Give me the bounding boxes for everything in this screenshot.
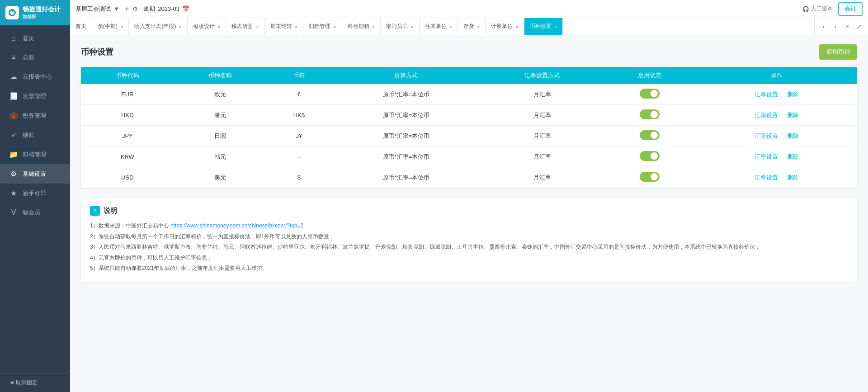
sidebar-item-basic-settings[interactable]: ⚙ 基础设置 <box>0 164 70 184</box>
app-logo: 畅 畅捷通好会计 旗舰版 <box>0 0 70 25</box>
tab-subject[interactable]: 科目期初 × <box>342 18 381 35</box>
cell-name-2: 日圆 <box>174 126 267 146</box>
tab-tax-close[interactable]: × <box>256 24 259 29</box>
sidebar-item-home[interactable]: ⌂ 首页 <box>0 29 70 48</box>
toggle-track-0 <box>640 89 660 99</box>
svg-text:畅: 畅 <box>10 10 14 15</box>
tab-balance[interactable]: 负(中期) × <box>92 18 129 35</box>
col-symbol: 币符 <box>267 67 331 84</box>
tab-template[interactable]: 模版设计 × <box>188 18 226 35</box>
delete-link-3[interactable]: 删除 <box>787 153 799 160</box>
accounting-button[interactable]: 会计 <box>838 2 863 16</box>
calendar-icon[interactable]: 📅 <box>182 5 189 12</box>
page-content: 币种设置 新增币种 币种代码 币种名称 币符 折算方式 汇率设置方式 启用状态 … <box>70 35 868 392</box>
dropdown-icon[interactable]: ▼ <box>113 5 119 12</box>
rate-setting-link-4[interactable]: 汇率设置 <box>755 174 778 181</box>
tab-home[interactable]: 首页 <box>70 18 92 35</box>
tab-unit-close[interactable]: × <box>515 24 518 29</box>
tab-subject-close[interactable]: × <box>372 24 375 29</box>
add-icon[interactable]: + <box>125 5 129 13</box>
settle-icon: ✓ <box>9 131 18 139</box>
tab-period-end[interactable]: 期末结转 × <box>265 18 303 35</box>
consult-button[interactable]: 🎧 人工咨询 <box>802 5 833 13</box>
delete-link-4[interactable]: 删除 <box>787 174 799 181</box>
col-actions: 操作 <box>696 67 857 84</box>
tab-next-button[interactable]: › <box>830 21 841 32</box>
table-row: KRW 韩元 -- 原币*汇率=本位币 月汇率 汇率设置 删除 <box>81 146 857 167</box>
col-name: 币种名称 <box>174 67 267 84</box>
sidebar-footer-pin[interactable]: ◄ 取消固定 <box>0 373 70 392</box>
tab-archive-close[interactable]: × <box>333 24 336 29</box>
tab-partner-close[interactable]: × <box>449 24 452 29</box>
sidebar-item-archive[interactable]: 📁 归档管理 <box>0 145 70 164</box>
cell-rate-type-2: 月汇率 <box>481 126 603 146</box>
delete-link-0[interactable]: 删除 <box>787 91 799 98</box>
rate-setting-link-3[interactable]: 汇率设置 <box>755 153 778 160</box>
cell-name-0: 欧元 <box>174 84 267 105</box>
tab-expand-button[interactable]: ⤢ <box>854 21 864 32</box>
notes-content: 1）数据来源：中国外汇交易中心 https://www.chinamoney.c… <box>90 221 848 274</box>
sidebar-label-settings: 基础设置 <box>23 170 46 178</box>
delete-link-1[interactable]: 删除 <box>787 112 799 118</box>
tab-partner[interactable]: 往来单位 × <box>420 18 458 35</box>
sidebar-label-archive: 归档管理 <box>23 151 46 159</box>
tab-dept-label: 部门员工 <box>386 23 408 30</box>
invoice-icon: 🧾 <box>9 92 18 100</box>
rate-setting-link-0[interactable]: 汇率设置 <box>755 91 778 98</box>
sidebar-item-invoice[interactable]: 🧾 发票管理 <box>0 86 70 106</box>
tab-prev-button[interactable]: ‹ <box>818 21 829 32</box>
rate-setting-link-2[interactable]: 汇率设置 <box>755 132 778 139</box>
settings-gear-icon[interactable]: ⚙ <box>132 5 138 12</box>
toggle-1[interactable] <box>640 109 660 119</box>
toggle-3[interactable] <box>640 151 660 161</box>
tab-home-label: 首页 <box>75 23 86 30</box>
sidebar-item-cloud-report[interactable]: ☁ 云报表中心 <box>0 67 70 86</box>
cell-status-4 <box>603 167 696 188</box>
company-name: 基层工会测试 <box>75 5 111 13</box>
tab-inventory-close[interactable]: × <box>477 24 480 29</box>
sidebar-item-settle[interactable]: ✓ 结账 <box>0 125 70 145</box>
toggle-thumb-0 <box>651 90 658 97</box>
tab-unit[interactable]: 计量单位 × <box>486 18 524 35</box>
cell-rate-type-3: 月汇率 <box>481 146 603 167</box>
tab-balance-close[interactable]: × <box>120 24 123 29</box>
toggle-0[interactable] <box>640 89 660 99</box>
notes-link[interactable]: https://www.chinamoney.com.cn/chinese/bk… <box>170 222 303 229</box>
tab-dept-close[interactable]: × <box>410 24 413 29</box>
tab-template-close[interactable]: × <box>217 24 220 29</box>
note-item-1: 2）系统自动获取每月第一个工作日的汇率标价，统一为直接标价法，即1外币可以兑换的… <box>90 232 848 242</box>
tabbar: 首页 负(中期) × 收入支出表(年报) × 模版设计 × 税表清册 × 期末结… <box>70 18 868 35</box>
headset-icon: 🎧 <box>802 6 809 12</box>
delete-link-2[interactable]: 删除 <box>787 132 799 139</box>
tab-tax-clear[interactable]: 税表清册 × <box>226 18 264 35</box>
note-item-2: 3）人民币对马来西亚林吉特、俄罗斯卢布、南非兰特、韩元、阿联酋迪拉姆、沙特里亚尔… <box>90 242 848 252</box>
tab-currency-close[interactable]: × <box>554 24 557 29</box>
cell-actions-2: 汇率设置 删除 <box>696 126 857 146</box>
tab-dept[interactable]: 部门员工 × <box>381 18 419 35</box>
ledger-icon: ≡ <box>9 53 18 61</box>
sidebar-item-guide[interactable]: ★ 新手引导 <box>0 184 70 203</box>
cell-status-3 <box>603 146 696 167</box>
note-item-0: 1）数据来源：中国外汇交易中心 https://www.chinamoney.c… <box>90 221 848 231</box>
tab-currency[interactable]: 币种设置 × <box>524 18 563 35</box>
tab-inventory[interactable]: 存货 × <box>458 18 486 35</box>
tab-close-all-button[interactable]: × <box>842 21 853 32</box>
tab-income-close[interactable]: × <box>179 24 181 29</box>
tab-income-report[interactable]: 收入支出表(年报) × <box>129 18 187 35</box>
tab-period-close[interactable]: × <box>295 24 297 29</box>
sidebar-item-ledger[interactable]: ≡ 总账 <box>0 48 70 67</box>
new-currency-button[interactable]: 新增币种 <box>819 44 857 60</box>
toggle-2[interactable] <box>640 130 660 140</box>
cell-conversion-0: 原币*汇率=本位币 <box>331 84 481 105</box>
sidebar-item-tax[interactable]: 💼 税务管理 <box>0 106 70 125</box>
cell-code-2: JPY <box>81 126 174 146</box>
sidebar-label-cloud: 云报表中心 <box>23 73 52 81</box>
rate-setting-link-1[interactable]: 汇率设置 <box>755 112 778 118</box>
toggle-4[interactable] <box>640 172 660 182</box>
settings-icon: ⚙ <box>9 170 18 178</box>
tab-inventory-label: 存货 <box>463 23 474 30</box>
cell-symbol-3: -- <box>267 146 331 167</box>
tab-archive[interactable]: 归档管理 × <box>303 18 342 35</box>
sidebar-item-vip[interactable]: V 畅会员 <box>0 203 70 222</box>
col-code: 币种代码 <box>81 67 174 84</box>
